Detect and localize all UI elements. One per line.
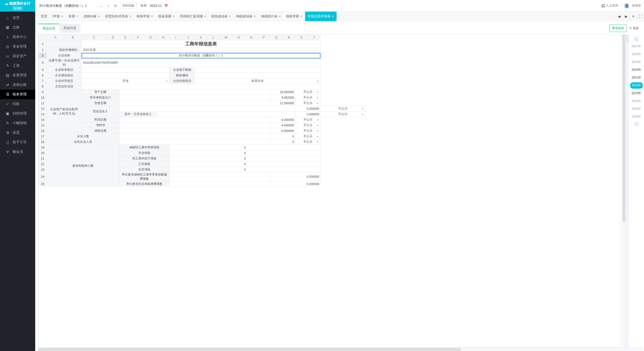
subtabs: 基础信息 其他信息: [38, 24, 80, 33]
nav-item-4[interactable]: ▭固定资产: [0, 51, 35, 61]
nav-item-5[interactable]: ✎工资: [0, 61, 35, 71]
nav-item-13[interactable]: ⍰新手引导: [0, 137, 35, 147]
period-value[interactable]: 2023-11: [150, 4, 162, 8]
tab-12[interactable]: 年报信息申报表✕: [305, 12, 337, 21]
gear-icon[interactable]: ⚙: [113, 3, 118, 8]
year-2019年[interactable]: 2019年: [630, 59, 643, 65]
plus-icon[interactable]: ＋: [106, 3, 111, 8]
tab-1[interactable]: !申报✕: [50, 12, 66, 21]
user-name[interactable]: 徐泽华: [632, 4, 641, 8]
subtab-basic[interactable]: 基础信息: [38, 24, 59, 33]
close-icon[interactable]: ✕: [204, 15, 206, 18]
nav-icon: ⚙: [6, 130, 10, 135]
refresh-button[interactable]: ↻ 刷新: [629, 25, 639, 32]
tab-label: 税负波动表: [211, 14, 228, 19]
nav-label: 归档管理: [13, 111, 27, 116]
nav-item-7[interactable]: ⇄进销台账: [0, 80, 35, 90]
nav-icon: ✓: [6, 102, 10, 106]
tab-11[interactable]: 税检专家✕: [284, 12, 305, 21]
avatar[interactable]: 👤: [624, 3, 629, 9]
nav-item-3[interactable]: ◎资金管理: [0, 42, 35, 51]
year-2020年[interactable]: 2020年: [630, 67, 643, 73]
close-icon[interactable]: ✕: [332, 15, 334, 18]
tab-9[interactable]: 纳税波动表✕: [234, 12, 259, 21]
reset-button[interactable]: 重置报表: [609, 25, 627, 32]
consult-link[interactable]: 🎧 人工咨询: [601, 4, 618, 8]
tab-2[interactable]: 发票✕: [66, 12, 81, 21]
tab-3[interactable]: 进销台账✕: [81, 12, 103, 21]
close-icon[interactable]: ✕: [254, 15, 256, 18]
nav-icon: ▤: [6, 73, 10, 78]
year-2023年[interactable]: 2023年: [630, 90, 643, 96]
nav-item-1[interactable]: ▦总账: [0, 23, 35, 32]
tabs-prev-button[interactable]: ◀: [616, 12, 623, 21]
vertical-scrollbar[interactable]: [622, 34, 625, 347]
cloud-icon: ☁: [5, 2, 8, 6]
tab-6[interactable]: 税表清册✕: [156, 12, 177, 21]
consult-label: 人工咨询: [606, 4, 618, 8]
close-icon[interactable]: ✕: [172, 15, 175, 18]
tabs-close-button[interactable]: ✕: [630, 12, 637, 21]
nav-item-6[interactable]: ▤发票管理: [0, 71, 35, 80]
tab-label: 发票: [68, 14, 75, 19]
year-2024年[interactable]: 2024年: [630, 98, 643, 104]
spreadsheet[interactable]: ABCDEFGHIJKLMNOPQRST1工商年报信息表2税款所属期间：2022…: [38, 34, 620, 347]
tab-label: 税务申报: [137, 14, 150, 19]
close-icon[interactable]: ✕: [229, 15, 231, 18]
year-2025年[interactable]: 2025年: [630, 106, 643, 112]
tab-8[interactable]: 税负波动表✕: [209, 12, 234, 21]
tab-0[interactable]: 首页: [38, 12, 50, 21]
nav-item-11[interactable]: ↻小畅报销: [0, 118, 35, 128]
brand-edition: 专业版: [12, 6, 23, 10]
tab-4[interactable]: 存货别名对照表✕: [103, 12, 134, 21]
nav-icon: ◎: [6, 44, 10, 49]
collapse-gutter[interactable]: ‹: [625, 34, 629, 347]
year-2017年[interactable]: 2017年: [630, 43, 643, 50]
close-icon[interactable]: ✕: [76, 15, 78, 18]
subtab-other[interactable]: 其他信息: [59, 24, 80, 33]
switch-old-button[interactable]: 切到旧版: [120, 3, 137, 9]
nav-item-8[interactable]: ☰税务管理: [0, 90, 35, 99]
nav-icon: ✎: [6, 63, 10, 68]
tab-5[interactable]: 税务申报✕: [134, 12, 156, 21]
tab-7[interactable]: 所得税汇算清缴✕: [177, 12, 209, 21]
nav-label: 发票管理: [13, 73, 27, 78]
year-2018年[interactable]: 2018年: [630, 51, 643, 57]
year-2021年[interactable]: 2021年: [630, 75, 643, 81]
close-icon[interactable]: ✕: [129, 15, 132, 18]
nav-item-9[interactable]: ✓结账: [0, 99, 35, 109]
year-2022年[interactable]: 2022年: [630, 82, 643, 89]
tab-label: 年报信息申报表: [308, 14, 331, 19]
account-name[interactable]: 刘小艳演示账套（勿删勿动！）1: [39, 4, 87, 8]
sidebar: ☁ 畅捷通好会计 专业版 ⌂首页▦总账⤹报表中心◎资金管理▭固定资产✎工资▤发票…: [0, 0, 35, 351]
nav-label: 设置: [13, 130, 20, 135]
chevron-down-icon[interactable]: ⌄: [99, 3, 104, 8]
close-icon[interactable]: ✕: [151, 15, 153, 18]
fullscreen-button[interactable]: ⛶: [637, 12, 644, 21]
tab-10[interactable]: 纳税统计表✕: [259, 12, 284, 21]
calendar-icon[interactable]: 📅: [164, 3, 169, 8]
year-down-button[interactable]: ﹀: [634, 121, 639, 127]
nav-icon: ⍰: [6, 140, 10, 145]
nav-item-12[interactable]: ⚙设置: [0, 128, 35, 137]
horizontal-scrollbar[interactable]: [38, 347, 642, 351]
nav-label: 总账: [13, 25, 20, 30]
nav-item-14[interactable]: ∀畅会员: [0, 147, 35, 157]
nav-label: 报表中心: [13, 35, 27, 39]
year-2026年[interactable]: 2026年: [630, 114, 643, 120]
nav-item-0[interactable]: ⌂首页: [0, 13, 35, 23]
close-icon[interactable]: ✕: [278, 15, 281, 18]
headset-icon: 🎧: [601, 4, 605, 8]
tab-label: 存货别名对照表: [105, 14, 128, 19]
nav-label: 资金管理: [13, 44, 27, 49]
tabs-next-button[interactable]: ▶: [623, 12, 630, 21]
nav-item-2[interactable]: ⤹报表中心: [0, 32, 35, 42]
close-icon[interactable]: ✕: [98, 15, 100, 18]
close-icon[interactable]: ✕: [61, 15, 63, 18]
nav-item-10[interactable]: ▣归档管理: [0, 109, 35, 118]
tab-label: !申报: [52, 14, 60, 19]
nav-label: 进销台账: [13, 83, 27, 87]
nav-label: 固定资产: [13, 54, 27, 58]
close-icon[interactable]: ✕: [300, 15, 303, 18]
year-up-button[interactable]: ︿: [634, 36, 639, 42]
